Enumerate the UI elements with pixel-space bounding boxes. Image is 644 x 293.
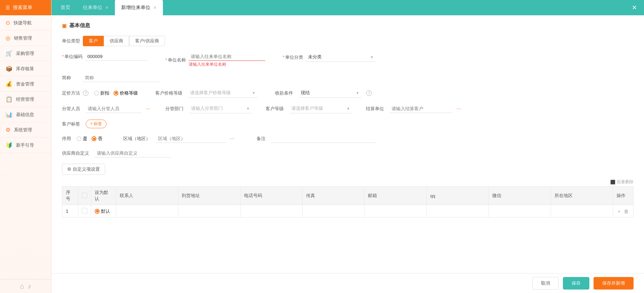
radio-yes-circle [77, 136, 81, 141]
sidebar-item-sales[interactable]: ◎销售管理 [0, 31, 51, 46]
cell-seq: 1 [62, 205, 78, 218]
btn-supplier[interactable]: 供应商 [104, 36, 129, 46]
tab-partners[interactable]: 往来单位 ✕ [77, 0, 115, 15]
volume-icon[interactable]: ♪ [28, 282, 31, 290]
btn-customer[interactable]: 客户 [83, 36, 104, 46]
radio-no-circle [92, 136, 96, 141]
unit-code-input[interactable] [85, 52, 148, 61]
code-name-category-row: *单位编码 *单位名称 请输入往来单位名称 *单位分类 未分类 ▼ [62, 52, 634, 67]
settlement-more-btn[interactable]: ··· [455, 106, 462, 112]
sidebar-item-operations[interactable]: 📋经营管理 [0, 92, 51, 107]
search-icon: ☰ [6, 5, 10, 10]
sidebar-item-basic[interactable]: 📊基础信息 [0, 107, 51, 122]
remarks-input[interactable] [271, 135, 376, 143]
region-input[interactable] [156, 135, 226, 143]
sidebar-search-label: 搜索菜单 [13, 5, 32, 11]
radio-price-level-circle [113, 91, 118, 96]
cell-email[interactable] [364, 205, 426, 218]
payment-terms-select[interactable]: 现结 ▼ [299, 88, 361, 98]
pricing-help-icon[interactable]: ? [83, 90, 88, 96]
tab-new-partner-close[interactable]: ✕ [153, 5, 157, 10]
batch-delete-icon: ⬛ [610, 180, 615, 185]
manager-input[interactable] [86, 105, 141, 113]
cell-wechat[interactable] [489, 205, 551, 218]
cell-checkbox[interactable] [78, 205, 91, 218]
home-icon[interactable]: ⌂ [20, 282, 24, 290]
sidebar-icon-system: ⚙ [6, 127, 10, 133]
batch-delete-label: 批量删除 [617, 179, 634, 185]
dept-arrow: ▼ [246, 107, 250, 111]
save-button[interactable]: 保存 [563, 277, 589, 290]
sidebar-item-system[interactable]: ⚙系统管理 [0, 122, 51, 138]
save-new-button[interactable]: 保存并新增 [594, 277, 634, 290]
sidebar-item-quick-nav[interactable]: ⊙快捷导航 [0, 15, 51, 31]
supplier-custom-input[interactable] [95, 149, 171, 157]
cell-contact[interactable] [116, 205, 178, 218]
radio-price-level[interactable]: 价格等级 [113, 90, 138, 96]
customer-price-level-select[interactable]: 请选择客户价格等级 ▼ [188, 88, 258, 98]
tabbar-close-btn[interactable]: ✕ [628, 4, 641, 11]
sidebar-item-guide[interactable]: 🔰新手引导 [0, 138, 51, 153]
payment-terms-arrow: ▼ [356, 91, 359, 95]
cell-fax[interactable] [302, 205, 364, 218]
pricing-method-group: 定价方法 ? 折扣 价格等级 [62, 90, 138, 96]
radio-yes-label: 是 [83, 136, 87, 142]
tab-home[interactable]: 首页 [54, 0, 77, 15]
sidebar-icon-basic: 📊 [6, 111, 13, 118]
address-input[interactable] [182, 209, 236, 214]
radio-yes[interactable]: 是 [77, 136, 87, 142]
department-select[interactable]: 请输入分管部门 ▼ [189, 104, 252, 113]
cell-region[interactable] [551, 205, 613, 218]
sidebar-item-inventory[interactable]: 📦库存核算 [0, 61, 51, 76]
customer-level-placeholder: 请选择客户等级 [291, 105, 323, 112]
row-add-btn[interactable]: + [616, 209, 621, 214]
cell-phone[interactable] [240, 205, 302, 218]
unit-category-select[interactable]: 未分类 ▼ [306, 52, 376, 62]
sidebar-search[interactable]: ☰ 搜索菜单 [0, 0, 51, 15]
sidebar-label-operations: 经营管理 [16, 96, 34, 103]
table-header-9: 微信 [489, 187, 551, 205]
sidebar-item-finance[interactable]: 💰资金管理 [0, 76, 51, 92]
pricing-row: 定价方法 ? 折扣 价格等级 客户价格等级 请选择客户价格等级 [62, 88, 634, 98]
unit-code-group: *单位编码 [62, 52, 148, 61]
unit-name-input[interactable] [189, 52, 265, 61]
customer-level-select[interactable]: 请选择客户等级 ▼ [289, 104, 352, 113]
header-checkbox[interactable] [82, 193, 87, 198]
custom-settings-btn[interactable]: ⚙ 自定义项设置 [62, 164, 105, 175]
sidebar-icon-sales: ◎ [6, 35, 10, 41]
remarks-group: 备注 [257, 135, 376, 143]
wechat-input[interactable] [492, 209, 547, 214]
department-label: 分管部门 [165, 106, 183, 112]
contact-input[interactable] [120, 209, 174, 214]
customer-price-level-label: 客户价格等级 [155, 90, 182, 96]
table-header-10: 所在地区 [551, 187, 613, 205]
tab-new-partner-label: 新增往来单位 [121, 5, 150, 11]
btn-both[interactable]: 客户/供应商 [129, 36, 165, 46]
radio-no[interactable]: 否 [92, 136, 102, 142]
settlement-input[interactable] [390, 105, 452, 113]
cell-default[interactable]: 默认 [91, 205, 116, 218]
batch-delete-btn[interactable]: ⬛ 批量删除 [62, 179, 634, 185]
radio-discount[interactable]: 折扣 [94, 90, 109, 96]
qq-input[interactable] [430, 209, 485, 214]
cell-qq[interactable] [426, 205, 489, 218]
row-region-input[interactable] [555, 209, 609, 214]
email-input[interactable] [368, 209, 423, 214]
unit-name-input-group: 请输入往来单位名称 [189, 52, 265, 67]
row-delete-btn[interactable]: 🗑 [623, 209, 630, 214]
phone-input[interactable] [244, 209, 299, 214]
add-tag-btn[interactable]: + 标签 [86, 120, 107, 128]
manager-more-btn[interactable]: ··· [144, 106, 151, 112]
cell-actions: + 🗑 [613, 205, 634, 218]
fax-input[interactable] [306, 209, 361, 214]
abbreviation-input[interactable] [83, 74, 159, 82]
tab-partners-close[interactable]: ✕ [105, 5, 109, 10]
region-more-btn[interactable]: ··· [228, 136, 236, 142]
manager-group: 分管人员 ··· [62, 105, 151, 113]
sidebar-item-purchase[interactable]: 🛒采购管理 [0, 46, 51, 61]
sidebar: ☰ 搜索菜单 ⊙快捷导航◎销售管理🛒采购管理📦库存核算💰资金管理📋经营管理📊基础… [0, 0, 52, 293]
cell-address[interactable] [178, 205, 240, 218]
payment-help-icon[interactable]: ? [366, 90, 372, 96]
tab-new-partner[interactable]: 新增往来单位 ✕ [115, 0, 163, 15]
cancel-button[interactable]: 取消 [532, 277, 559, 290]
